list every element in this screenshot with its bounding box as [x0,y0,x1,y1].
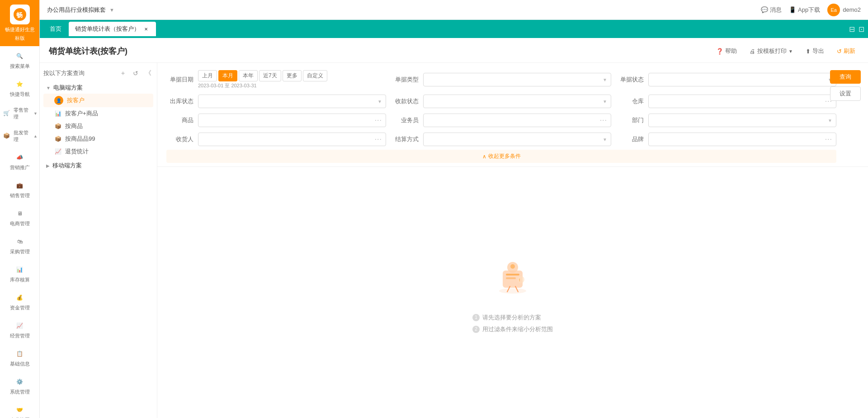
date-control: 上月 本月 本年 近7天 更多 自定义 2023-03-01 至 2023-03… [198,70,386,89]
sidebar-item-quick-nav[interactable]: ⭐ 快捷导航 [0,74,39,102]
scheme-item-by-customer[interactable]: 👤 按客户 [43,94,153,107]
filter-row-3: 商品 ··· 业务员 ··· [166,114,836,127]
receiver-more-icon: ··· [375,135,382,143]
scheme-item-by-product[interactable]: 📦 按商品 [43,120,153,133]
order-status-select[interactable]: ▼ [648,73,836,86]
salesman-select[interactable]: ··· [423,114,611,127]
date-btn-this-month[interactable]: 本月 [218,70,237,81]
settlement-select[interactable]: ▼ [423,133,611,146]
right-panel: 单据日期 上月 本月 本年 近7天 更多 自定义 20 [157,63,868,418]
sidebar-item-sales[interactable]: 💼 销售管理 [0,176,39,204]
export-btn[interactable]: ⬆ 导出 [802,45,828,57]
sidebar-item-inventory[interactable]: 📊 库存核算 [0,260,39,288]
help-btn[interactable]: ❓ 帮助 [712,45,741,57]
svg-text:!: ! [519,278,520,282]
filter-row-4: 收货人 ··· 结算方式 ▼ [166,133,836,146]
scheme-item-label-product: 按商品 [65,122,83,130]
sidebar-item-enterprise[interactable]: 🤝 企业协同 [0,400,39,418]
collapse-bar[interactable]: ∧ 收起更多条件 [166,150,836,163]
query-settings-area: 查询 设置 [830,70,861,101]
sidebar-item-purchase[interactable]: 🛍 采购管理 [0,232,39,260]
receiver-select[interactable]: ··· [198,133,386,146]
scheme-title: 按以下方案查询 [43,69,85,77]
scheme-item-by-product-99[interactable]: 📦 按商品品99 [43,133,153,145]
sidebar: 畅 畅捷通好生意 标版 🔍 搜索菜单 ⭐ 快捷导航 🛒 零售管理 ▼ 📦 批发管… [0,0,40,418]
receiver-label: 收货人 [166,135,198,143]
receipt-status-select[interactable]: ▼ [423,95,611,108]
tab-sales-stat[interactable]: 销货单统计表（按客户） ✕ [69,22,156,36]
sidebar-item-basic[interactable]: 📋 基础信息 [0,344,39,372]
date-btn-last-month[interactable]: 上月 [198,70,217,81]
filter-cell-receipt-status: 收款状态 ▼ [392,95,611,108]
tab-close-icon[interactable]: ✕ [142,25,150,33]
order-status-label: 单据状态 [617,76,648,84]
date-btn-more[interactable]: 更多 [283,70,302,81]
tab-minimize-icon[interactable]: ⊟ [849,25,855,33]
settings-btn[interactable]: 设置 [830,86,861,101]
filter-cell-settlement: 结算方式 ▼ [392,133,611,146]
brand-more-icon: ··· [825,135,832,143]
refresh-btn[interactable]: ↺ 刷新 [833,45,859,57]
date-range-bar: 上月 本月 本年 近7天 更多 自定义 [198,70,386,81]
scheme-item-label-return: 退货统计 [65,147,89,156]
empty-illustration: ! [486,250,540,304]
sidebar-item-retail[interactable]: 🛒 零售管理 ▼ [0,102,39,125]
scheme-item-return-stat[interactable]: 📈 退货统计 [43,145,153,158]
scheme-item-label-customer-product: 按客户+商品 [65,109,98,118]
sidebar-item-operations[interactable]: 📈 经营管理 [0,316,39,344]
sidebar-item-marketing[interactable]: 📣 营销推广 [0,147,39,176]
out-status-select[interactable]: ▼ [198,95,386,108]
avatar: Ea [827,4,840,16]
filter-cell-date: 单据日期 上月 本月 本年 近7天 更多 自定义 20 [166,70,386,89]
app-logo[interactable]: 畅 畅捷通好生意 标版 [0,0,39,46]
app-download-label: App下载 [798,6,820,14]
content: 销货单统计表(按客户) ❓ 帮助 🖨 按模板打印 ▼ ⬆ 导出 ↺ 刷新 [40,38,868,418]
export-icon: ⬆ [806,48,811,55]
sidebar-item-system[interactable]: ⚙️ 系统管理 [0,372,39,400]
mobile-group-label: 移动端方案 [52,162,82,170]
scheme-group-mobile-header[interactable]: ▶ 移动端方案 [43,160,153,171]
return-stat-icon: 📈 [54,148,61,155]
app-download-btn[interactable]: 📱 App下载 [789,6,820,14]
sidebar-item-search[interactable]: 🔍 搜索菜单 [0,46,39,74]
tab-home[interactable]: 首页 [43,22,68,36]
by-product-99-icon: 📦 [54,135,61,142]
receipt-status-label: 收款状态 [392,97,423,105]
desktop-group-label: 电脑端方案 [53,84,83,92]
product-label: 商品 [166,116,198,124]
date-btn-7days[interactable]: 近7天 [259,70,281,81]
salesman-label: 业务员 [392,116,423,124]
scheme-item-by-customer-product[interactable]: 📊 按客户+商品 [43,107,153,120]
quicknav-icon: ⭐ [14,79,25,90]
template-print-btn[interactable]: 🖨 按模板打印 ▼ [746,45,797,57]
enterprise-icon: 🤝 [14,404,25,415]
product-select[interactable]: ··· [198,114,386,127]
system-icon: ⚙️ [14,376,25,387]
query-btn[interactable]: 查询 [830,70,861,84]
out-status-label: 出库状态 [166,97,198,105]
tab-maximize-icon[interactable]: ⊡ [859,25,864,33]
product-more-icon: ··· [375,116,382,124]
scheme-add-btn[interactable]: ＋ [118,68,128,78]
warehouse-select[interactable]: ··· [648,95,836,108]
brand-select[interactable]: ··· [648,133,836,146]
filter-cell-brand: 品牌 ··· [617,133,836,146]
print-icon: 🖨 [750,48,755,55]
scheme-collapse-btn[interactable]: 《 [143,68,153,78]
order-type-select[interactable]: ▼ [423,73,611,86]
sidebar-item-wholesale[interactable]: 📦 批发管理 ▲ [0,125,39,147]
department-select[interactable]: ▼ [648,114,836,127]
date-btn-this-year[interactable]: 本年 [239,70,258,81]
industry-dropdown-icon[interactable]: ▼ [109,7,114,13]
brand-label: 品牌 [617,135,648,143]
scheme-refresh-btn[interactable]: ↺ [131,68,141,78]
sidebar-item-ecommerce[interactable]: 🖥 电商管理 [0,204,39,232]
user-info[interactable]: Ea demo2 [827,4,861,16]
scheme-item-label-product-99: 按商品品99 [65,135,95,143]
sidebar-item-finance[interactable]: 💰 资金管理 [0,288,39,316]
message-btn[interactable]: 💬 消息 [761,6,782,14]
date-btn-custom[interactable]: 自定义 [303,70,327,81]
scheme-panel: 按以下方案查询 ＋ ↺ 《 ▼ 电脑端方案 👤 按客户 [40,63,157,418]
filter-row-1: 单据日期 上月 本月 本年 近7天 更多 自定义 20 [166,70,836,89]
scheme-group-desktop-header[interactable]: ▼ 电脑端方案 [43,82,153,94]
